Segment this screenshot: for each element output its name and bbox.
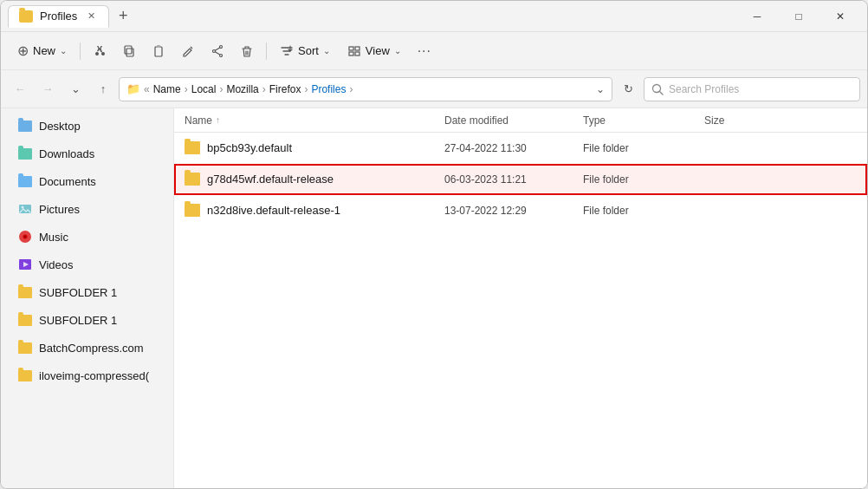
sidebar-label-videos: Videos (39, 258, 140, 271)
toolbar: ⊕ New ⌄ Sort ⌄ View (1, 32, 867, 70)
folder-icon-n32 (185, 204, 200, 217)
path-mozilla[interactable]: Mozilla (226, 83, 258, 95)
sort-button[interactable]: Sort ⌄ (272, 37, 338, 65)
sidebar-label-subfolder1b: SUBFOLDER 1 (39, 314, 159, 327)
search-placeholder: Search Profiles (669, 83, 739, 95)
sidebar-item-subfolder1a[interactable]: SUBFOLDER 1 (4, 278, 170, 306)
file-type-n32: File folder (583, 205, 704, 217)
sidebar-item-music[interactable]: Music 📌 (4, 223, 170, 251)
tab-label: Profiles (40, 10, 77, 23)
file-list-header: Name ↑ Date modified Type Size (174, 108, 867, 133)
file-date-bp5: 27-04-2022 11:30 (444, 142, 583, 154)
path-dropdown-button[interactable]: ⌄ (596, 83, 605, 95)
sidebar-item-subfolder1b[interactable]: SUBFOLDER 1 (4, 306, 170, 334)
subfolder1a-icon (18, 285, 32, 299)
svg-rect-10 (355, 47, 360, 50)
file-name-bp5: bp5cb93y.default (207, 141, 292, 154)
title-bar: Profiles ✕ + ─ □ ✕ (1, 1, 867, 32)
column-type[interactable]: Type (583, 114, 704, 127)
explorer-window: Profiles ✕ + ─ □ ✕ ⊕ New ⌄ (0, 0, 868, 489)
toolbar-divider-2 (266, 42, 267, 60)
sort-chevron: ⌄ (323, 46, 330, 55)
svg-point-6 (213, 49, 216, 52)
minimize-button[interactable]: ─ (737, 3, 777, 30)
content-area: Desktop 📌 Downloads 📌 Documents 📌 (1, 108, 867, 488)
sidebar-label-subfolder1a: SUBFOLDER 1 (39, 286, 159, 299)
new-tab-button[interactable]: + (111, 4, 135, 29)
tab-close-button[interactable]: ✕ (84, 10, 98, 23)
address-bar: ← → ⌄ ↑ 📁 « Name › Local › Mozilla › Fir… (1, 70, 867, 108)
svg-rect-9 (349, 47, 353, 50)
cut-button[interactable] (86, 37, 113, 65)
toolbar-divider-1 (80, 42, 81, 60)
sidebar-label-batchcompress: BatchCompress.com (39, 342, 159, 355)
tab-folder-icon (19, 10, 33, 23)
column-date-modified[interactable]: Date modified (444, 114, 583, 127)
iloveimg-icon (18, 368, 32, 382)
search-box[interactable]: Search Profiles (644, 77, 860, 101)
sidebar-label-music: Music (39, 231, 140, 244)
documents-icon (18, 174, 32, 188)
path-sep-2: › (219, 83, 223, 95)
table-row[interactable]: bp5cb93y.default 27-04-2022 11:30 File f… (174, 133, 867, 164)
sort-arrow-name: ↑ (216, 115, 220, 125)
sidebar-item-batchcompress[interactable]: BatchCompress.com (4, 334, 170, 362)
path-sep-4: › (304, 83, 308, 95)
close-button[interactable]: ✕ (820, 3, 860, 30)
recent-locations-button[interactable]: ⌄ (63, 77, 87, 101)
share-button[interactable] (204, 37, 231, 65)
new-button[interactable]: ⊕ New ⌄ (10, 37, 74, 65)
delete-button[interactable] (233, 37, 261, 65)
back-button[interactable]: ← (8, 77, 32, 101)
sidebar-item-pictures[interactable]: Pictures 📌 (4, 195, 170, 223)
sidebar-item-desktop[interactable]: Desktop 📌 (4, 112, 170, 140)
view-button[interactable]: View ⌄ (340, 37, 409, 65)
maximize-button[interactable]: □ (779, 3, 819, 30)
sidebar-item-iloveimg[interactable]: iloveimg-compressed( (4, 362, 170, 389)
copy-button[interactable] (115, 37, 143, 65)
file-type-g78: File folder (583, 173, 704, 186)
path-sep-5: › (349, 83, 353, 95)
sidebar-item-downloads[interactable]: Downloads 📌 (4, 140, 170, 167)
table-row[interactable]: n32d8ive.default-release-1 13-07-2022 12… (174, 195, 867, 226)
forward-button[interactable]: → (36, 77, 60, 101)
path-appdata[interactable]: Name (153, 83, 181, 95)
pictures-icon (18, 202, 32, 216)
address-path[interactable]: 📁 « Name › Local › Mozilla › Firefox › P… (119, 77, 612, 101)
svg-point-5 (220, 54, 223, 56)
up-button[interactable]: ↑ (91, 77, 115, 101)
column-name[interactable]: Name ↑ (185, 114, 444, 127)
path-profiles[interactable]: Profiles (311, 83, 346, 95)
file-type-bp5: File folder (583, 142, 704, 154)
path-local[interactable]: Local (191, 83, 217, 95)
column-size[interactable]: Size (704, 114, 857, 127)
downloads-icon (18, 147, 32, 160)
file-list: Name ↑ Date modified Type Size bp5cb93y.… (174, 108, 867, 488)
folder-icon-g78 (185, 173, 200, 186)
paste-button[interactable] (145, 37, 172, 65)
file-name-n32: n32d8ive.default-release-1 (207, 204, 340, 217)
subfolder1b-icon (18, 313, 32, 327)
table-row[interactable]: g78d45wf.default-release 06-03-2023 11:2… (174, 164, 867, 195)
svg-rect-1 (125, 46, 132, 54)
svg-rect-2 (155, 47, 162, 56)
view-chevron: ⌄ (394, 46, 401, 55)
rename-button[interactable] (174, 37, 202, 65)
svg-point-4 (220, 45, 223, 48)
tab-strip: Profiles ✕ + (8, 4, 737, 29)
file-date-g78: 06-03-2023 11:21 (444, 173, 583, 186)
sort-label: Sort (298, 44, 319, 57)
refresh-button[interactable]: ↻ (616, 77, 640, 101)
sidebar-label-downloads: Downloads (39, 147, 140, 160)
path-firefox[interactable]: Firefox (269, 83, 301, 95)
sidebar-item-videos[interactable]: Videos 📌 (4, 251, 170, 278)
active-tab[interactable]: Profiles ✕ (8, 5, 109, 28)
more-options-button[interactable]: ··· (411, 37, 438, 65)
sidebar-item-documents[interactable]: Documents 📌 (4, 167, 170, 195)
path-separator-0: « (144, 83, 150, 95)
svg-rect-3 (157, 45, 160, 48)
path-sep-3: › (262, 83, 266, 95)
svg-line-14 (660, 91, 664, 95)
search-icon (651, 83, 664, 95)
sidebar-label-desktop: Desktop (39, 120, 140, 133)
